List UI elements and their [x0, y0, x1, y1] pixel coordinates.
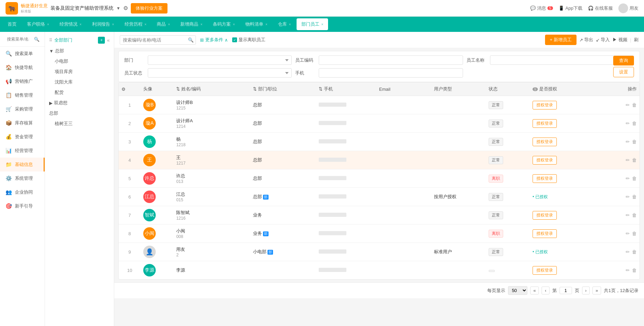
edit-icon[interactable]: ✏ — [626, 139, 630, 144]
edit-icon[interactable]: ✏ — [626, 212, 630, 218]
tab-profit[interactable]: 利润报告× — [87, 18, 119, 30]
delete-icon[interactable]: 🗑 — [632, 231, 637, 236]
search-submit-btn[interactable]: 🔍 — [188, 37, 194, 43]
sidebar-item-basic[interactable]: 📁 基础信息 — [0, 158, 45, 171]
trial-btn[interactable]: 体验行业方案 — [131, 3, 167, 14]
app-download-btn[interactable]: 📱 App下载 — [559, 5, 582, 11]
filter-phone-input[interactable] — [319, 68, 463, 78]
tab-barcode[interactable]: 条码方案× — [208, 18, 240, 30]
sidebar-item-purchase[interactable]: 🛒 采购管理 — [0, 102, 45, 116]
sidebar-item-system[interactable]: ⚙️ 系统管理 — [0, 171, 45, 185]
tab-close-operation[interactable]: × — [80, 23, 82, 26]
edit-icon[interactable]: ✏ — [626, 194, 630, 200]
col-settings[interactable]: ⚙ — [119, 82, 140, 96]
auth-login-btn[interactable]: 授权登录 — [533, 266, 557, 275]
sidebar-item-inventory[interactable]: 📦 库存核算 — [0, 116, 45, 130]
edit-icon[interactable]: ✏ — [626, 157, 630, 163]
tab-close-history[interactable]: × — [145, 23, 147, 26]
tab-close-customer[interactable]: × — [47, 23, 49, 26]
show-resigned-toggle[interactable]: ✓ 显示离职员工 — [232, 37, 265, 43]
tab-bom[interactable]: 物料清单× — [241, 18, 272, 30]
edit-icon[interactable]: ✏ — [626, 231, 630, 236]
filter-empcode-input[interactable] — [319, 55, 463, 65]
filter-empstatus-select[interactable] — [148, 68, 292, 78]
page-size-select[interactable]: 50 20 100 — [508, 286, 527, 295]
delete-icon[interactable]: 🗑 — [632, 212, 637, 218]
tab-close-warehouse[interactable]: × — [289, 23, 291, 26]
tree-item-shenyang[interactable]: 沈阳大库 — [45, 77, 114, 87]
delete-icon[interactable]: 🗑 — [632, 249, 637, 255]
tab-close-barcode[interactable]: × — [233, 23, 235, 26]
col-phone[interactable]: ⇅ 手机 — [316, 82, 376, 96]
tab-new-goods[interactable]: 新增商品× — [175, 18, 207, 30]
col-name[interactable]: ⇅ 姓名/编码 — [173, 82, 250, 96]
delete-icon[interactable]: 🗑 — [632, 102, 637, 108]
tab-customer[interactable]: 客户联络× — [22, 18, 54, 30]
more-conditions-btn[interactable]: ⊞ 更多条件 ∧ — [200, 37, 228, 43]
settings-gear-btn[interactable]: ⚙ — [123, 5, 128, 11]
delete-icon[interactable]: 🗑 — [632, 139, 637, 144]
user-area[interactable]: 用友 — [618, 3, 638, 13]
tab-close-bom[interactable]: × — [265, 23, 267, 26]
first-page-btn[interactable]: « — [530, 287, 539, 294]
tab-operation[interactable]: 经营情况× — [55, 18, 87, 30]
sidebar-item-business[interactable]: 📊 经营管理 — [0, 144, 45, 158]
tree-item-zongbu[interactable]: 总部 — [45, 108, 114, 118]
more-action-btn[interactable]: 刷 — [634, 37, 638, 43]
delete-icon[interactable]: 🗑 — [632, 121, 637, 126]
sidebar-item-finance[interactable]: 💰 资金管理 — [0, 130, 45, 144]
add-employee-btn[interactable]: + 新增员工 — [545, 35, 577, 45]
edit-icon[interactable]: ✏ — [626, 267, 630, 273]
prev-page-btn[interactable]: ‹ — [542, 287, 549, 294]
tree-item-zhishu[interactable]: 植树王三 — [45, 118, 114, 129]
auth-login-btn[interactable]: 授权登录 — [533, 174, 557, 183]
export-btn[interactable]: ↗ 导出 — [579, 37, 593, 43]
sidebar-item-guide[interactable]: 🎯 新手引导 — [0, 199, 45, 213]
sidebar-search-input[interactable] — [4, 35, 32, 43]
tree-collapse-btn[interactable]: « — [107, 37, 110, 44]
auth-login-btn[interactable]: 授权登录 — [533, 211, 557, 220]
tab-home[interactable]: 首页 — [3, 18, 21, 30]
sidebar-item-home[interactable]: 🏠 快捷导航 — [0, 61, 45, 74]
sidebar-item-search[interactable]: 🔍 搜索菜单 — [0, 47, 45, 61]
tree-item-small-elec[interactable]: 小电部 — [45, 56, 114, 67]
auth-login-btn[interactable]: 授权登录 — [533, 101, 557, 109]
edit-icon[interactable]: ✏ — [626, 102, 630, 108]
query-btn[interactable]: 查询 — [613, 56, 634, 65]
search-input[interactable] — [120, 35, 196, 45]
tab-close-department[interactable]: × — [321, 23, 324, 26]
tree-add-btn[interactable]: + — [98, 37, 105, 44]
tab-history[interactable]: 经营历程× — [120, 18, 152, 30]
auth-login-btn[interactable]: 授权登录 — [533, 156, 557, 165]
edit-icon[interactable]: ✏ — [626, 176, 630, 181]
tree-item-peihhuo[interactable]: 配货 — [45, 87, 114, 98]
tab-department[interactable]: 部门员工× — [297, 18, 328, 30]
import-btn[interactable]: ↙ 导入 — [596, 37, 610, 43]
filter-empname-input[interactable] — [490, 55, 634, 65]
tree-item-project[interactable]: 项目库房 — [45, 67, 114, 77]
delete-icon[interactable]: 🗑 — [632, 157, 637, 163]
edit-icon[interactable]: ✏ — [626, 121, 630, 126]
tab-goods[interactable]: 商品× — [152, 18, 175, 30]
last-page-btn[interactable]: » — [592, 287, 601, 294]
tab-close-profit[interactable]: × — [112, 23, 114, 26]
online-service-btn[interactable]: 🎧 在线客服 — [588, 5, 613, 11]
col-dept[interactable]: ⇅ 部门/职位 — [250, 82, 316, 96]
sidebar-item-marketing[interactable]: 📢 营销推广 — [0, 74, 45, 88]
set-btn[interactable]: 设置 — [613, 67, 634, 77]
next-page-btn[interactable]: › — [582, 287, 590, 294]
edit-icon[interactable]: ✏ — [626, 249, 630, 255]
message-btn[interactable]: 💬 消息 5 — [530, 5, 553, 11]
tab-close-goods[interactable]: × — [168, 23, 170, 26]
system-dropdown-btn[interactable]: ▼ — [116, 6, 120, 11]
delete-icon[interactable]: 🗑 — [632, 176, 637, 181]
view-btn[interactable]: ▶ 视频 — [613, 37, 627, 43]
delete-icon[interactable]: 🗑 — [632, 194, 637, 200]
auth-login-btn[interactable]: 授权登录 — [533, 229, 557, 238]
auth-login-btn[interactable]: 授权登录 — [533, 138, 557, 146]
page-input[interactable] — [560, 287, 572, 294]
sidebar-item-collab[interactable]: 👥 企业协同 — [0, 185, 45, 199]
tree-item-shuanglv[interactable]: ▶ 双虑想 — [45, 98, 114, 108]
tab-warehouse[interactable]: 仓库× — [273, 18, 296, 30]
auth-login-btn[interactable]: 授权登录 — [533, 119, 557, 128]
